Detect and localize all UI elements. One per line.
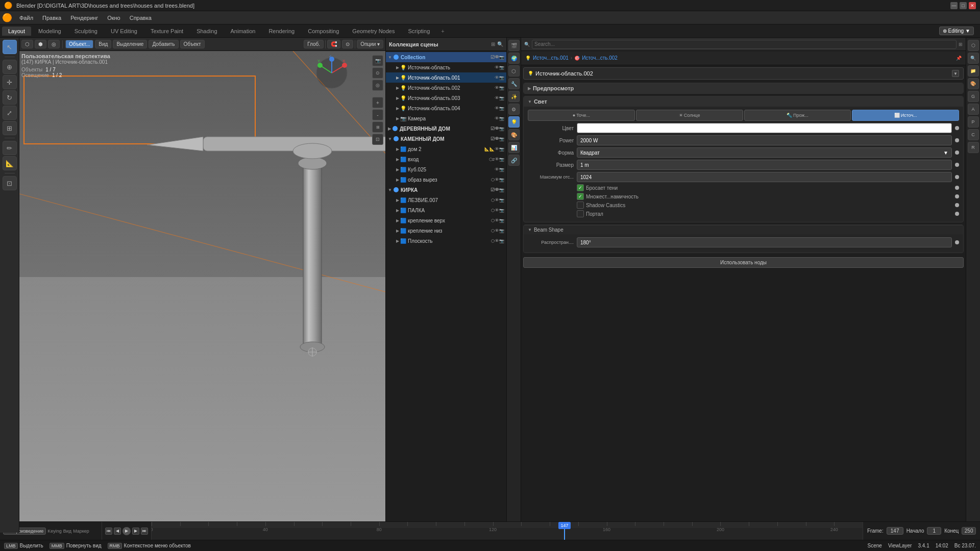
- light-type-sun[interactable]: ☀ Солнце: [636, 110, 743, 121]
- viewport-options[interactable]: Опции ▾: [357, 40, 383, 48]
- breadcrumb-2[interactable]: Источ...сть.002: [582, 55, 618, 61]
- prop-tab-object[interactable]: ⬡: [508, 65, 520, 77]
- start-frame-input[interactable]: 1: [927, 527, 941, 535]
- tab-layout[interactable]: Layout: [2, 27, 31, 36]
- size-value[interactable]: 1 m: [577, 160, 952, 170]
- viewport-shading-solid[interactable]: ⬡: [21, 40, 33, 48]
- tool-rotate[interactable]: ↻: [3, 90, 17, 105]
- tool-transform[interactable]: ⊞: [3, 121, 17, 135]
- snap-toggle[interactable]: 🧲: [327, 40, 340, 48]
- beam-header[interactable]: ▼ Beam Shape: [524, 225, 963, 234]
- item-render-1[interactable]: 📷: [499, 76, 504, 80]
- zoom-in-icon[interactable]: +: [372, 97, 383, 108]
- outliner-lezv007[interactable]: ▶ 🟦 ЛЕЗВИЕ.007 ⬡ 👁 📷: [386, 195, 506, 205]
- timeline-tab-keying[interactable]: Keying: [47, 529, 62, 534]
- jump-start-btn[interactable]: ⏮: [105, 528, 112, 535]
- mode-selector[interactable]: ⊕ Editing ▼: [939, 27, 974, 35]
- outliner-wooden-house[interactable]: ▶ ДЕРЕВЯННЫЙ ДОМ ☑ 👁 📷: [386, 123, 506, 134]
- maximize-button[interactable]: □: [960, 2, 967, 9]
- outliner-item-camera[interactable]: ▶ 📷 Камера 👁 📷: [386, 113, 506, 123]
- playhead[interactable]: 147: [564, 522, 565, 540]
- tab-animation[interactable]: Animation: [225, 27, 262, 36]
- edge-icon-2[interactable]: 🔍: [968, 53, 979, 64]
- prop-tab-constraints[interactable]: 🔗: [508, 155, 520, 166]
- view-menu[interactable]: Вид: [95, 40, 111, 48]
- max-keyframe-dot[interactable]: [955, 175, 959, 179]
- section-light-header[interactable]: ▼ Свет: [524, 96, 963, 107]
- multi-checkbox[interactable]: ✓: [577, 193, 584, 200]
- col-checkbox[interactable]: ☑: [491, 55, 495, 60]
- outliner-item-1[interactable]: ▶ 💡 Источник-область.001 👁 📷: [386, 72, 506, 83]
- play-btn[interactable]: ▶: [122, 527, 131, 535]
- add-menu[interactable]: Добавить: [149, 40, 178, 48]
- prop-tab-material[interactable]: 🎨: [508, 129, 520, 140]
- outliner-stone-house[interactable]: ▼ КАМЕННЫЙ ДОМ ☑ 👁 📷: [386, 134, 506, 144]
- item-eye-4[interactable]: 👁: [495, 106, 499, 111]
- size-keyframe-dot[interactable]: [955, 163, 959, 167]
- end-frame-input[interactable]: 250: [962, 527, 976, 535]
- color-keyframe-dot[interactable]: [955, 126, 959, 130]
- tab-compositing[interactable]: Compositing: [302, 27, 345, 36]
- tool-move[interactable]: ✛: [3, 75, 17, 89]
- multi-keyframe-dot[interactable]: [955, 194, 959, 198]
- tab-texture-paint[interactable]: Texture Paint: [144, 27, 189, 36]
- prop-tab-particles[interactable]: ✨: [508, 91, 520, 102]
- menu-help[interactable]: Справка: [126, 14, 156, 22]
- spread-value[interactable]: 180°: [577, 237, 952, 247]
- navigation-gizmo[interactable]: X Y Z: [314, 55, 350, 91]
- edge-icon-9[interactable]: R: [968, 142, 979, 153]
- outliner-obraz[interactable]: ▶ 🟦 образ вырез ⬡ 👁 📷: [386, 174, 506, 185]
- prop-pin-icon[interactable]: 📌: [956, 55, 962, 61]
- tool-annotate[interactable]: ✏: [3, 141, 17, 155]
- transform-global[interactable]: Глоб.: [304, 40, 324, 48]
- timeline-tab-marker[interactable]: Маркер: [73, 529, 89, 534]
- outliner-dom2[interactable]: ▶ 🟦 дом 2 📐 📐 👁 📷: [386, 144, 506, 154]
- color-value[interactable]: [577, 123, 952, 133]
- tool-scale[interactable]: ⤢: [3, 106, 17, 120]
- shape-keyframe-dot[interactable]: [955, 151, 959, 155]
- obj-name-dropdown[interactable]: ▼: [952, 70, 959, 77]
- tab-rendering[interactable]: Rendering: [262, 27, 301, 36]
- camera-eye[interactable]: 👁: [495, 116, 499, 121]
- col-render[interactable]: 📷: [499, 55, 504, 60]
- prop-header-search-icon[interactable]: 🔍: [524, 42, 530, 47]
- outliner-filter-icon[interactable]: ⊞: [491, 41, 495, 47]
- outliner-kirka[interactable]: ▼ КИРКА ☑ 👁 📷: [386, 185, 506, 195]
- tab-modeling[interactable]: Modeling: [32, 27, 67, 36]
- outliner-kub025[interactable]: ▶ 🟦 Куб.025 👁 📷: [386, 164, 506, 174]
- outliner-vkhod[interactable]: ▶ 🟦 вход ⬡ 2 👁 📷: [386, 154, 506, 164]
- viewport-shading-rendered[interactable]: ◎: [48, 40, 60, 48]
- outliner-item-0[interactable]: ▶ 💡 Источник-область 👁 📷: [386, 62, 506, 72]
- edge-icon-4[interactable]: 🎨: [968, 78, 979, 89]
- shadow-checkbox[interactable]: ✓: [577, 184, 584, 191]
- tool-select[interactable]: ↖: [3, 40, 17, 54]
- prop-tab-data[interactable]: 📊: [508, 142, 520, 153]
- step-back-btn[interactable]: ◀: [114, 528, 121, 535]
- outliner-palka[interactable]: ▶ 🟦 ПАЛКА ⬡ 👁 📷: [386, 205, 506, 215]
- item-eye-1[interactable]: 👁: [495, 75, 499, 80]
- zoom-out-icon[interactable]: -: [372, 109, 383, 120]
- tool-cursor[interactable]: ⊕: [3, 60, 17, 74]
- outliner-krep-bot[interactable]: ▶ 🟦 крепление низ ⬡ 👁 📷: [386, 226, 506, 236]
- step-forward-btn[interactable]: ▶: [132, 528, 139, 535]
- timeline-ruler[interactable]: 04080120160200240 147: [152, 522, 863, 540]
- menu-edit[interactable]: Правка: [38, 14, 65, 22]
- outliner-search-icon[interactable]: 🔍: [497, 41, 503, 47]
- breadcrumb-1[interactable]: Источ...сть.001: [533, 55, 569, 61]
- caustics-checkbox[interactable]: [577, 202, 584, 209]
- edge-icon-7[interactable]: P: [968, 116, 979, 128]
- caustics-keyframe-dot[interactable]: [955, 203, 959, 207]
- outliner-item-4[interactable]: ▶ 💡 Источник-область.004 👁 📷: [386, 103, 506, 113]
- tool-measure[interactable]: 📐: [3, 156, 17, 170]
- add-workspace-button[interactable]: +: [437, 27, 448, 36]
- outliner-collection-main[interactable]: ▼ Collection ☑ 👁 📷: [386, 52, 506, 62]
- menu-render[interactable]: Рендеринг: [66, 14, 102, 22]
- item-eye-2[interactable]: 👁: [495, 85, 499, 90]
- tab-shading[interactable]: Shading: [190, 27, 223, 36]
- spread-keyframe-dot[interactable]: [955, 240, 959, 244]
- prop-tab-world[interactable]: 🌍: [508, 53, 520, 64]
- portal-keyframe-dot[interactable]: [955, 212, 959, 216]
- col-eye[interactable]: 👁: [495, 55, 499, 60]
- tab-sculpting[interactable]: Sculpting: [68, 27, 104, 36]
- select-mode-object[interactable]: Объект...: [65, 40, 93, 48]
